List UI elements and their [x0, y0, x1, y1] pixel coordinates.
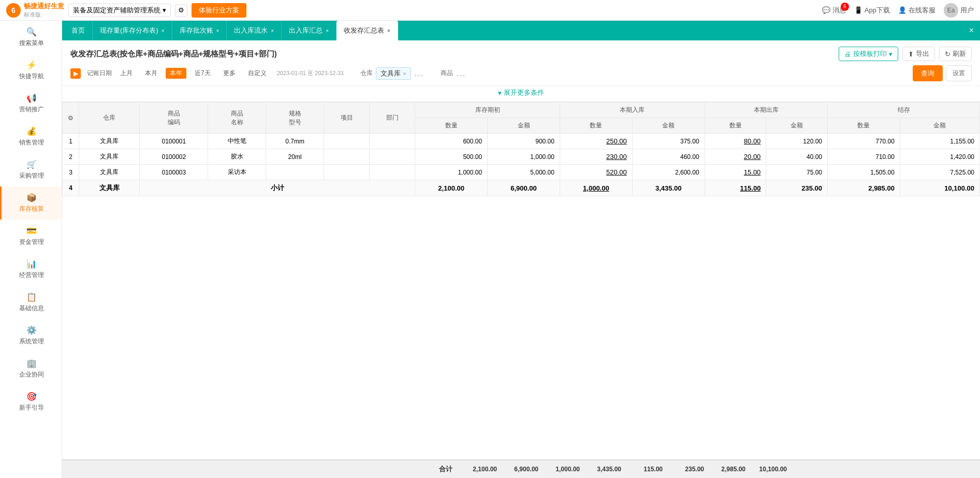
subtotal-out-qty: 115.00	[705, 180, 766, 196]
table-container: ⚙ 仓库 商品编码 商品名称 规格型号 项目 部门 库存期初 本期入库 本期出库…	[62, 102, 980, 459]
online-service-item[interactable]: 👤 在线客服	[898, 6, 935, 15]
user-item[interactable]: Ea 用户	[944, 3, 974, 18]
top-header: 6 畅捷通好生意 标准版 装备及固定资产辅助管理系统 ▾ ⚙ 体验行业方案 💬 …	[0, 0, 980, 21]
sidebar-item-system[interactable]: ⚙️ 系统管理	[0, 319, 62, 352]
cell-dept	[370, 149, 415, 165]
tab-recv-send[interactable]: 收发存汇总表 ×	[337, 21, 398, 40]
avatar: Ea	[944, 3, 958, 18]
tab-stock-dist-close[interactable]: ×	[162, 28, 165, 34]
cell-in-qty[interactable]: 520.00	[560, 165, 632, 180]
cell-no: 1	[63, 134, 79, 149]
settings-button[interactable]: 设置	[946, 65, 972, 81]
cell-balance-qty: 770.00	[828, 134, 900, 149]
subtotal-in-amt: 3,435.00	[632, 180, 705, 196]
cell-out-qty[interactable]: 20.00	[705, 149, 766, 165]
cell-balance-amt: 1,155.00	[900, 134, 979, 149]
page-content: 收发存汇总表(按仓库+商品编码+商品+规格型号+项目+部门) 🖨 按模板打印 ▾…	[62, 40, 980, 478]
filter-expand-arrow[interactable]: ▶	[70, 68, 81, 79]
print-label: 按模板打印	[853, 49, 887, 59]
tab-stock-dist[interactable]: 现存量(库存分布表) ×	[93, 21, 172, 40]
sidebar-label-operation: 经营管理	[19, 271, 44, 280]
tab-inout-summary[interactable]: 出入库汇总 ×	[282, 21, 337, 40]
sidebar-item-operation[interactable]: 📊 经营管理	[0, 253, 62, 286]
th-out: 本期出库	[705, 103, 827, 118]
trial-button[interactable]: 体验行业方案	[192, 3, 246, 18]
tab-home[interactable]: 首页	[64, 21, 93, 40]
sidebar-item-newbie[interactable]: 🎯 新手引导	[0, 385, 62, 418]
cell-code: 0100002	[140, 149, 208, 165]
date-btn-more[interactable]: 更多	[219, 68, 240, 79]
cell-code: 0100001	[140, 134, 208, 149]
date-filter-group: 记账日期 上月 本月 本年 近7天 更多 自定义	[87, 68, 271, 79]
date-btn-last-month[interactable]: 上月	[116, 68, 137, 79]
sidebar-item-inventory[interactable]: 📦 库存核算	[0, 186, 62, 220]
expand-conditions-button[interactable]: ▾ 展开更多条件	[498, 88, 544, 97]
date-btn-this-year[interactable]: 本年	[166, 68, 186, 79]
main-layout: 🔍 搜索菜单 ⚡ 快捷导航 📢 营销推广 💰 销售管理 🛒 采购管理 📦 库存核…	[0, 21, 980, 478]
sidebar-item-sales[interactable]: 💰 销售管理	[0, 120, 62, 153]
refresh-button[interactable]: ↻ 刷新	[939, 47, 972, 61]
sidebar-item-purchase[interactable]: 🛒 采购管理	[0, 153, 62, 186]
sidebar: 🔍 搜索菜单 ⚡ 快捷导航 📢 营销推广 💰 销售管理 🛒 采购管理 📦 库存核…	[0, 21, 62, 478]
tab-batch[interactable]: 库存批次账 ×	[172, 21, 227, 40]
cell-warehouse: 文具库	[79, 165, 140, 180]
refresh-label: 刷新	[953, 49, 966, 59]
cell-in-qty[interactable]: 230.00	[560, 149, 632, 165]
sidebar-label-finance: 资金管理	[19, 238, 44, 247]
export-button[interactable]: ⬆ 导出	[902, 47, 935, 61]
subtotal-warehouse: 文具库	[79, 180, 140, 196]
main-table: ⚙ 仓库 商品编码 商品名称 规格型号 项目 部门 库存期初 本期入库 本期出库…	[62, 102, 980, 196]
total-in-qty: 1,000.00	[544, 466, 585, 473]
system-icon: ⚙️	[26, 325, 37, 335]
th-warehouse: 仓库	[79, 103, 140, 134]
filter-bar: ▶ 记账日期 上月 本月 本年 近7天 更多 自定义 2023-01-01 至 …	[62, 61, 980, 86]
cell-opening-amt: 900.00	[488, 134, 560, 149]
date-btn-custom[interactable]: 自定义	[244, 68, 271, 79]
tab-batch-close[interactable]: ×	[216, 28, 220, 34]
sidebar-label-newbie: 新手引导	[19, 403, 44, 412]
tab-inout-summary-close[interactable]: ×	[326, 28, 329, 34]
sidebar-item-quicknav[interactable]: ⚡ 快捷导航	[0, 54, 62, 87]
message-icon-item[interactable]: 💬 消息 6	[822, 6, 846, 15]
page-title: 收发存汇总表(按仓库+商品编码+商品+规格型号+项目+部门)	[70, 49, 277, 59]
newbie-icon: 🎯	[26, 392, 37, 401]
cell-in-qty[interactable]: 250.00	[560, 134, 632, 149]
app-download-item[interactable]: 📱 App下载	[854, 6, 890, 15]
th-dept: 部门	[370, 103, 415, 134]
th-settings-icon[interactable]: ⚙	[63, 103, 79, 134]
cell-dept	[370, 165, 415, 180]
print-arrow-icon: ▾	[889, 50, 893, 58]
warehouse-tag-remove[interactable]: ×	[403, 70, 406, 77]
sidebar-label-search: 搜索菜单	[19, 39, 44, 48]
tab-bar: 首页 现存量(库存分布表) × 库存批次账 × 出入库流水 × 出入库汇总 × …	[62, 21, 980, 40]
print-button[interactable]: 🖨 按模板打印 ▾	[839, 47, 898, 61]
sidebar-item-basic[interactable]: 📋 基础信息	[0, 286, 62, 319]
filter-row2: ▾ 展开更多条件	[62, 86, 980, 102]
purchase-icon: 🛒	[26, 160, 37, 169]
export-label: 导出	[916, 49, 929, 59]
tab-close-all[interactable]: ×	[965, 26, 978, 35]
subtotal-no: 4	[63, 180, 79, 196]
cell-no: 2	[63, 149, 79, 165]
subtotal-balance-amt: 10,100.00	[900, 180, 979, 196]
system-name-dropdown[interactable]: 装备及固定资产辅助管理系统 ▾	[68, 4, 171, 17]
sidebar-item-marketing[interactable]: 📢 营销推广	[0, 87, 62, 120]
tab-inout-flow[interactable]: 出入库流水 ×	[227, 21, 282, 40]
table-row: 1 文具库 0100001 中性笔 0.7mm 600.00 900.00 25…	[63, 134, 980, 149]
date-btn-7days[interactable]: 近7天	[191, 68, 215, 79]
sidebar-item-enterprise[interactable]: 🏢 企业协同	[0, 352, 62, 385]
cell-out-qty[interactable]: 80.00	[705, 134, 766, 149]
cell-out-amt: 75.00	[766, 165, 828, 180]
tab-inout-flow-close[interactable]: ×	[271, 28, 274, 34]
sidebar-item-search[interactable]: 🔍 搜索菜单	[0, 21, 62, 54]
cell-out-qty[interactable]: 15.00	[705, 165, 766, 180]
cell-balance-qty: 1,505.00	[828, 165, 900, 180]
settings-icon[interactable]: ⚙	[175, 4, 187, 17]
logo-text: 畅捷通好生意	[24, 2, 64, 11]
sidebar-item-finance[interactable]: 💳 资金管理	[0, 220, 62, 253]
tab-recv-send-close[interactable]: ×	[387, 28, 390, 34]
date-btn-this-month[interactable]: 本月	[141, 68, 162, 79]
query-button[interactable]: 查询	[913, 65, 943, 81]
warehouse-more-btn[interactable]: ...	[414, 69, 424, 78]
goods-more-btn[interactable]: ...	[456, 69, 466, 78]
